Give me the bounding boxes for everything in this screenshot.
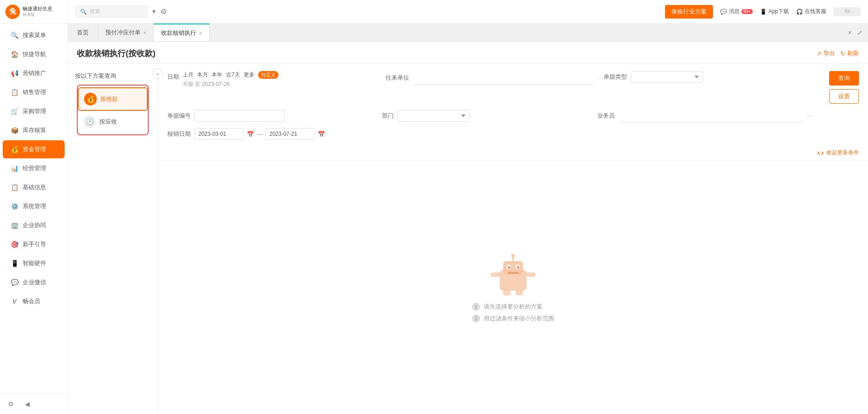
settings-bottom-icon[interactable]: ⚙: [5, 399, 16, 409]
step1-text: 请先选择要分析的方案: [484, 303, 542, 311]
operations-icon: 📊: [10, 164, 19, 173]
sidebar-item-quick-nav[interactable]: 🏠 快捷导航: [3, 45, 65, 63]
svg-point-4: [508, 266, 510, 269]
sidebar-item-search-menu[interactable]: 🔍 搜索菜单: [3, 26, 65, 44]
date-link-thismonth[interactable]: 本月: [197, 71, 208, 79]
sidebar-item-marketing[interactable]: 📢 营销推广: [3, 64, 65, 82]
sidebar-item-wechat[interactable]: 💬 企业微信: [3, 273, 65, 291]
sidebar-item-hardware[interactable]: 📱 智能硬件: [3, 254, 65, 272]
empty-step-2: 2 用过滤条件来缩小分析范围: [472, 314, 554, 323]
sidebar-item-basic-info[interactable]: 📋 基础信息: [3, 178, 65, 196]
filter-settings-button[interactable]: 设置: [829, 89, 859, 104]
date-link-more[interactable]: 更多: [244, 71, 255, 79]
sidebar-item-enterprise[interactable]: 🏢 企业协同: [3, 216, 65, 234]
message-badge: 99+: [741, 9, 753, 14]
collapse-more-button[interactable]: ∧∧ 收起更多条件: [158, 145, 868, 160]
query-options-border: 💰 按收款 🕐 按应收: [77, 85, 149, 135]
by-receivable-icon: 🕐: [83, 115, 96, 128]
online-service-button[interactable]: 🎧 在线客服: [796, 8, 826, 15]
date-label: 日期: [167, 71, 179, 81]
doctype-select[interactable]: [631, 71, 703, 83]
query-button[interactable]: 查询: [829, 71, 859, 86]
search-box[interactable]: 🔍 搜索: [75, 5, 147, 18]
sidebar-item-inventory[interactable]: 📦 库存核算: [3, 121, 65, 139]
logo-icon: 兔: [5, 5, 20, 19]
sidebar-label-guide: 新手引导: [23, 240, 46, 248]
gear-icon-top[interactable]: ⚙: [160, 7, 167, 16]
marketing-icon: 📢: [10, 69, 19, 78]
query-option-by-receivable[interactable]: 🕐 按应收: [78, 111, 148, 133]
sidebar-item-system[interactable]: ⚙️ 系统管理: [3, 197, 65, 215]
tab-collection[interactable]: 收款核销执行 ×: [154, 24, 209, 41]
verify-date-filter-group: 核销日期 📅 — 📅: [167, 128, 382, 140]
step1-num: 1: [472, 303, 480, 311]
close-all-icon[interactable]: ×: [848, 29, 852, 36]
sidebar-label-marketing: 营销推广: [23, 69, 46, 77]
export-button[interactable]: ↗ 导出: [816, 49, 835, 57]
counterpart-label: 往来单位: [386, 74, 409, 82]
tabbar: 首页 预付冲应付单 × 收款核销执行 × × ⤢: [68, 24, 868, 42]
sidebar-item-purchase[interactable]: 🛒 采购管理: [3, 102, 65, 120]
salesperson-label: 业务员: [597, 112, 615, 120]
date-links: 上月 本月 本年 近7天 更多 自定义: [183, 71, 278, 79]
dropdown-arrow-icon[interactable]: ▼: [151, 8, 157, 15]
sidebar-label-system: 系统管理: [23, 202, 46, 210]
page-title: 收款核销执行(按收款): [77, 48, 156, 59]
refresh-button[interactable]: ↻ 刷新: [840, 49, 859, 57]
counterpart-dots[interactable]: ···: [598, 74, 604, 82]
sidebar-item-operations[interactable]: 📊 经营管理: [3, 159, 65, 177]
online-service-label: 在线客服: [805, 8, 826, 15]
verify-date-start-input[interactable]: [194, 128, 244, 140]
sidebar-label-enterprise: 企业协同: [23, 221, 46, 229]
tab-prepay-label: 预付冲应付单: [105, 29, 141, 37]
salesperson-filter-group: 业务员 ···: [597, 109, 812, 123]
date-link-lastmonth[interactable]: 上月: [183, 71, 193, 79]
tab-home[interactable]: 首页: [68, 24, 98, 41]
salesperson-dots[interactable]: ···: [806, 112, 812, 120]
user-avatar[interactable]: Rit: [834, 7, 861, 16]
calendar-end-icon[interactable]: 📅: [318, 131, 325, 138]
page-header: 收款核销执行(按收款) ↗ 导出 ↻ 刷新: [68, 42, 868, 64]
tab-prepay-close[interactable]: ×: [143, 30, 146, 35]
sidebar-label-sales: 销售管理: [23, 88, 46, 96]
sidebar-item-guide[interactable]: 🎯 新手引导: [3, 235, 65, 253]
sidebar-nav: 🔍 搜索菜单 🏠 快捷导航 📢 营销推广 📋 销售管理 🛒 采购管理 📦 库存核…: [0, 24, 67, 394]
sidebar-item-finance[interactable]: 💰 资金管理: [3, 140, 65, 158]
collapse-arrow-icon: ∧∧: [816, 150, 825, 156]
svg-rect-9: [503, 289, 510, 295]
tab-prepay[interactable]: 预付冲应付单 ×: [98, 24, 154, 41]
expand-icon[interactable]: ⤢: [857, 29, 863, 36]
app-download-button[interactable]: 📱 App下载: [760, 8, 789, 15]
sidebar-item-member[interactable]: V 畅会员: [3, 292, 65, 310]
panel-collapse-button[interactable]: «: [152, 68, 163, 79]
empty-step-1: 1 请先选择要分析的方案: [472, 303, 554, 311]
date-link-thisyear[interactable]: 本年: [212, 71, 222, 79]
collapse-sidebar-icon[interactable]: ◀: [22, 399, 33, 409]
robot-svg: [486, 252, 540, 297]
query-option-by-receipt[interactable]: 💰 按收款: [78, 87, 148, 111]
sidebar-item-sales[interactable]: 📋 销售管理: [3, 83, 65, 101]
date-link-7days[interactable]: 近7天: [226, 71, 240, 79]
logo-text-block: 畅捷通好生意 标准版: [23, 5, 52, 18]
refresh-label: 刷新: [847, 49, 859, 57]
filter-row-3: 核销日期 📅 — 📅: [158, 123, 868, 145]
date-separator: —: [257, 131, 263, 138]
tab-collection-close[interactable]: ×: [199, 30, 202, 36]
solution-button[interactable]: 体验行业方案: [665, 5, 713, 19]
calendar-start-icon[interactable]: 📅: [247, 131, 254, 138]
docnum-input[interactable]: [194, 110, 285, 122]
date-filter-group: 日期 上月 本月 本年 近7天 更多 自定义 不限 至 20: [167, 71, 386, 88]
verify-date-range: 📅 — 📅: [194, 128, 325, 140]
verify-date-end-input[interactable]: [265, 128, 315, 140]
filter-row-1: 日期 上月 本月 本年 近7天 更多 自定义 不限 至 20: [158, 64, 868, 104]
message-button[interactable]: 💬 消息 99+: [720, 8, 753, 15]
department-select[interactable]: [397, 110, 470, 122]
tab-home-label: 首页: [77, 29, 89, 37]
guide-icon: 🎯: [10, 240, 19, 249]
counterpart-filter-group: 往来单位 ···: [386, 71, 604, 85]
department-label: 部门: [382, 112, 394, 120]
filter-row-2: 单据编号 部门 业务员 ···: [158, 104, 868, 123]
date-custom-tag[interactable]: 自定义: [258, 71, 278, 79]
main-area: 🔍 搜索 ▼ ⚙ 体验行业方案 💬 消息 99+ 📱 App下载 🎧 在线客服: [68, 0, 868, 414]
user-name-placeholder: Rit: [844, 9, 850, 14]
